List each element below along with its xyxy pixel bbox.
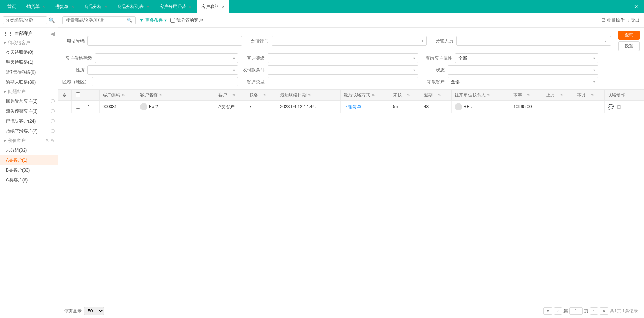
region-label: 区域（地区） [62, 79, 89, 85]
filter-search-input[interactable] [66, 18, 125, 23]
table-body: 1 000031 Ea ? [58, 101, 644, 113]
sidebar-item-tomorrow[interactable]: 明天待联络(1) [0, 57, 58, 67]
nav-tab-sales[interactable]: 销货单 × [22, 0, 49, 13]
filter-search-icon[interactable]: 🔍 [127, 18, 132, 23]
customer-grade-label: 客户等级 [243, 55, 265, 61]
col-last-method[interactable]: 最后联络方式 ⇅ [340, 90, 390, 101]
first-page-button[interactable]: « [543, 307, 552, 315]
export-button[interactable]: ↓ 导出 [627, 17, 640, 24]
row-this-year: 10995.00 [510, 101, 543, 113]
nature-input[interactable]: ▾ [87, 65, 238, 75]
customer-type-input[interactable] [268, 77, 418, 86]
customer-grade-input[interactable]: ▾ [268, 53, 418, 63]
sidebar-search-icon[interactable]: 🔍 [49, 17, 55, 23]
retail-attr-label: 零散客户属性 [423, 55, 452, 61]
sidebar-search-input[interactable] [3, 16, 47, 24]
sort-icon-last-method: ⇅ [372, 93, 375, 97]
col-this-month[interactable]: 本月... ⇅ [574, 90, 605, 101]
sidebar-section-problem[interactable]: ▼ 问题客户 [0, 87, 58, 96]
sidebar-item-class-a[interactable]: A类客户(1) [0, 155, 58, 165]
last-method-link[interactable]: 下销货单 [344, 104, 361, 109]
col-overdue[interactable]: 逾期... ⇅ [421, 90, 451, 101]
close-tab-analysis-list[interactable]: × [147, 4, 149, 9]
last-page-button[interactable]: » [600, 307, 609, 315]
nav-tab-purchase[interactable]: 进货单 × [51, 0, 78, 13]
close-tab-sales[interactable]: × [43, 4, 45, 9]
sidebar-section-value[interactable]: ▼ 价值客户 ↻ ✎ [0, 136, 58, 145]
region-input[interactable]: ··· [92, 77, 238, 86]
row-checkbox[interactable] [76, 104, 80, 109]
price-grade-input[interactable]: ▾ [95, 53, 238, 63]
sidebar-item-ungrouped[interactable]: 未分组(32) [0, 145, 58, 155]
col-company-contacts[interactable]: 往来单位联系人 ⇅ [451, 90, 510, 101]
row-index: 1 [85, 101, 99, 113]
retail-attr-input[interactable]: 全部 ▾ [455, 53, 598, 63]
filter-row-3: 性质 ▾ 收付款条件 ▾ 状态 [62, 65, 640, 75]
payment-input[interactable]: ▾ [268, 65, 418, 75]
sidebar-item-overdue[interactable]: 逾期未联络(30) [0, 77, 58, 87]
page-number-input[interactable] [569, 307, 583, 315]
retail-input[interactable]: 全部 ▾ [448, 77, 598, 86]
table-row: 1 000031 Ea ? [58, 101, 644, 113]
col-index [85, 90, 99, 101]
col-code[interactable]: 客户编码 ⇅ [99, 90, 137, 101]
sidebar-item-today[interactable]: 今天待联络(0) [0, 47, 58, 57]
sidebar-collapse-icon[interactable]: ◀ [51, 31, 55, 37]
col-gear[interactable]: ⚙ [58, 90, 71, 101]
sidebar-all-customers[interactable]: ⋮⋮ 全部客户 ◀ [0, 28, 58, 38]
col-last-month[interactable]: 上月... ⇅ [543, 90, 574, 101]
query-button[interactable]: 查询 [618, 31, 640, 40]
close-tab-purchase[interactable]: × [71, 4, 74, 9]
pagination-bar: 每页显示 10 20 50 100 « ‹ 第 页 › » 共 [58, 304, 644, 318]
col-name[interactable]: 客户名称 ⇅ [137, 90, 215, 101]
col-not-contacted[interactable]: 未联... ⇅ [390, 90, 421, 101]
filter-cell-price-grade: 客户价格等级 ▾ [62, 53, 243, 63]
sidebar-item-class-b[interactable]: B类客户(33) [0, 165, 58, 175]
col-last-date[interactable]: 最后联络日期 ⇅ [277, 90, 340, 101]
col-this-year[interactable]: 本年... ⇅ [510, 90, 543, 101]
dept-arrow: ▾ [422, 39, 423, 43]
sidebar-item-churned[interactable]: 已流失客户(24) ⓘ [0, 116, 58, 126]
nav-tab-analysis[interactable]: 商品分析 × [80, 0, 111, 13]
dept-input[interactable]: ▾ [272, 36, 426, 46]
nav-tab-customer-contact[interactable]: 客户联络 × [197, 0, 229, 13]
sidebar-section-pending[interactable]: ▼ 待联络客户 [0, 38, 58, 47]
sidebar-item-abnormal[interactable]: 回购异常客户(2) ⓘ [0, 96, 58, 106]
sidebar-item-7days[interactable]: 近7天待联络(0) [0, 67, 58, 77]
filter-more-button[interactable]: ▼ 更多条件 ▾ [139, 17, 167, 24]
batch-op-button[interactable]: ☑ 批量操作 [602, 17, 625, 24]
close-tab-customer-segment[interactable]: × [189, 4, 191, 9]
main-layout: 🔍 ⋮⋮ 全部客户 ◀ ▼ 待联络客户 今天待联络(0) 明天待联络(1) [0, 13, 644, 318]
nav-tab-home[interactable]: 首页 [3, 0, 21, 13]
page-size-select[interactable]: 10 20 50 100 [84, 307, 104, 315]
prev-page-button[interactable]: ‹ [554, 307, 562, 315]
sidebar-item-class-c[interactable]: C类客户(6) [0, 175, 58, 185]
next-page-button[interactable]: › [590, 307, 598, 315]
filter-mine-label[interactable]: 我分管的客户 [170, 17, 203, 24]
manager-label: 分管人员 [431, 38, 453, 44]
chat-action-icon[interactable]: 💬 [608, 104, 614, 110]
close-all-button[interactable]: × [631, 3, 641, 11]
status-input[interactable]: ▾ [448, 65, 598, 75]
refresh-icon[interactable]: ↻ [46, 138, 50, 144]
sidebar-item-churn-warning[interactable]: 流失预警客户(3) ⓘ [0, 106, 58, 116]
col-contact[interactable]: 联络... ⇅ [246, 90, 277, 101]
export-icon: ↓ [627, 18, 630, 23]
grid-action-icon[interactable]: ⊞ [617, 104, 621, 110]
close-tab-customer-contact[interactable]: × [222, 4, 224, 9]
col-type[interactable]: 客户... ⇅ [215, 90, 246, 101]
filter-mine-checkbox[interactable] [170, 18, 175, 23]
filter-buttons: 查询 设置 [618, 31, 640, 51]
phone-input[interactable] [87, 36, 242, 46]
filter-row-4: 区域（地区） ··· 客户类型 零散客户 [62, 77, 640, 86]
manager-dots: ··· [603, 38, 608, 44]
edit-icon[interactable]: ✎ [51, 138, 55, 144]
select-all-checkbox[interactable] [76, 92, 80, 97]
info-icon-1: ⓘ [51, 99, 55, 104]
manager-input[interactable]: ··· [456, 36, 611, 46]
settings-button[interactable]: 设置 [618, 41, 640, 51]
sidebar-item-declining[interactable]: 持续下滑客户(2) ⓘ [0, 126, 58, 136]
nav-tab-analysis-list[interactable]: 商品分析列表 × [113, 0, 153, 13]
nav-tab-customer-segment[interactable]: 客户分层经营 × [155, 0, 196, 13]
close-tab-analysis[interactable]: × [105, 4, 107, 9]
